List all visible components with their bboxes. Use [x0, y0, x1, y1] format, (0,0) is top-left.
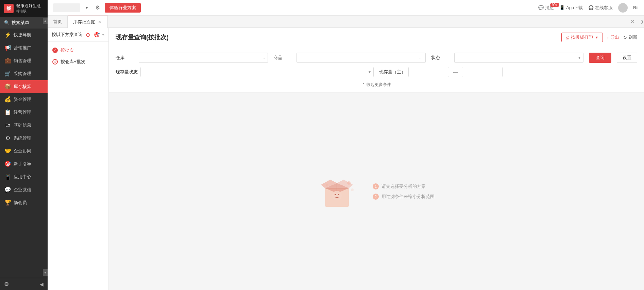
collapse-icon[interactable]: ◀ [40, 282, 44, 287]
topbar-support[interactable]: 🎧 在线客服 [588, 5, 613, 11]
sidebar-item-finance[interactable]: 💰资金管理 [0, 93, 48, 106]
topbar: ▾ ⚙ 体验行业方案 💬 消息 99+ 📱 App下载 🎧 在线客服 Rit [48, 0, 644, 16]
nav-icon-marketing: 📢 [5, 45, 11, 51]
tab-close-icon[interactable]: ✕ [97, 20, 102, 24]
tab-home-label: 首页 [53, 19, 62, 25]
status-select[interactable]: ▾ [454, 53, 583, 63]
topbar-app-download[interactable]: 📱 App下载 [559, 5, 583, 11]
username-label[interactable]: Rit [633, 5, 639, 10]
nav-label-basic: 基础信息 [14, 122, 31, 128]
query-settings-button[interactable]: 设置 [617, 53, 637, 63]
sidebar-scroll-up[interactable]: ▲ [43, 18, 48, 24]
topbar-settings-icon[interactable]: ⚙ [93, 3, 102, 12]
filter-item-by-batch[interactable]: ✓ 按批次 [48, 44, 108, 56]
nav-icon-finance: 💰 [5, 96, 11, 103]
empty-tips: 1 请先选择要分析的方案 2 用过滤条件来缩小分析范围 [373, 183, 435, 200]
query-button[interactable]: 查询 [589, 53, 611, 63]
filter-radio-inactive: ⏱ [52, 59, 58, 65]
page-title: 现存量查询(按批次) [116, 33, 169, 41]
warehouse-input[interactable]: ... [139, 53, 268, 63]
refresh-button[interactable]: ↻ 刷新 [623, 34, 637, 40]
sidebar-scroll-down[interactable]: ▼ [43, 269, 48, 276]
tab-inventory-batch[interactable]: 库存批次账 ✕ [68, 16, 108, 28]
empty-tip-1: 1 请先选择要分析的方案 [373, 183, 435, 189]
filter-item-label-warehouse-batch: 按仓库+批次 [61, 59, 85, 65]
query-form: 仓库 ... 商品 ... 状态 [109, 47, 644, 93]
nav-label-app-center: 应用中心 [14, 174, 31, 180]
svg-point-10 [326, 184, 328, 186]
stock-qty-separator: — [452, 70, 459, 75]
stock-qty-max-input[interactable] [462, 67, 503, 77]
filter-items-list: ✓ 按批次 ⏱ 按仓库+批次 [48, 42, 108, 290]
filter-radio-active: ✓ [52, 48, 58, 53]
nav-label-enterprise: 企业协同 [14, 148, 31, 154]
sidebar-item-system[interactable]: ⚙系统管理 [0, 132, 48, 145]
sidebar-item-new-guide[interactable]: 🎯新手引导 [0, 158, 48, 170]
print-icon: 🖨 [565, 35, 570, 40]
filter-item-by-warehouse-batch[interactable]: ⏱ 按仓库+批次 [48, 56, 108, 68]
nav-label-wechat: 企业微信 [14, 187, 31, 193]
nav-icon-inventory: 📦 [5, 84, 11, 90]
filter-settings-icon[interactable]: 🎯 [93, 31, 100, 38]
sidebar-search[interactable]: 🔍 搜索菜单 [0, 17, 48, 29]
sidebar-item-basic[interactable]: 🗂基础信息 [0, 119, 48, 132]
sidebar-item-purchase[interactable]: 🛒采购管理 [0, 67, 48, 80]
sidebar-item-operation[interactable]: 📋经营管理 [0, 106, 48, 119]
topbar-dropdown-icon[interactable]: ▾ [83, 4, 90, 12]
experience-button[interactable]: 体验行业方案 [105, 3, 141, 13]
settings-icon[interactable]: ⚙ [4, 281, 9, 287]
tab-panel-close[interactable]: ✕ [630, 18, 639, 25]
sidebar-item-enterprise[interactable]: 🤝企业协同 [0, 145, 48, 158]
nav-label-marketing: 营销推广 [14, 45, 31, 51]
stock-qty-min-input[interactable] [408, 67, 449, 77]
svg-point-7 [335, 194, 336, 195]
stock-status-dropdown-icon: ▾ [369, 70, 371, 74]
sidebar-item-app-center[interactable]: 📱应用中心 [0, 170, 48, 183]
sidebar-item-quick-nav[interactable]: ⚡快捷导航 [0, 29, 48, 41]
topbar-message[interactable]: 💬 消息 99+ [538, 5, 554, 11]
export-icon: ↑ [607, 35, 609, 40]
collapse-more-btn[interactable]: ⌃ 收起更多条件 [116, 80, 637, 90]
print-dropdown-icon[interactable]: ▾ [594, 35, 599, 40]
nav-label-new-guide: 新手引导 [14, 161, 31, 167]
message-icon: 💬 [538, 5, 544, 10]
sidebar-item-member[interactable]: 🏆畅会员 [0, 196, 48, 209]
filter-item-label-batch: 按批次 [61, 47, 74, 53]
status-dropdown-icon: ▾ [578, 55, 580, 60]
filter-header-actions: ⊕ 🎯 « [84, 31, 104, 38]
tab-home[interactable]: 首页 [48, 16, 68, 28]
collapse-icon: ⌃ [362, 83, 365, 87]
sidebar-item-sales[interactable]: 💼销售管理 [0, 54, 48, 67]
page-header: 现存量查询(按批次) 🖨 按模板打印 ▾ ↑ 导出 ↻ 刷新 [109, 28, 644, 47]
user-avatar[interactable] [618, 3, 628, 13]
sidebar-item-inventory[interactable]: 📦库存核算 [0, 80, 48, 93]
nav-icon-system: ⚙ [5, 135, 11, 141]
nav-icon-sales: 💼 [5, 58, 11, 64]
svg-point-8 [338, 194, 339, 195]
page-header-actions: 🖨 按模板打印 ▾ ↑ 导出 ↻ 刷新 [561, 33, 638, 42]
svg-point-6 [332, 191, 342, 200]
filter-panel: 按以下方案查询 ⊕ 🎯 « ✓ 按批次 ⏱ 按仓库+批次 [48, 28, 109, 290]
filter-add-icon[interactable]: ⊕ [84, 31, 91, 38]
product-input[interactable]: ... [296, 53, 426, 63]
message-badge: 99+ [550, 3, 559, 7]
sidebar-footer: ⚙ ◀ [0, 278, 48, 290]
nav-label-quick-nav: 快捷导航 [14, 32, 31, 38]
stock-status-select[interactable]: ▾ [140, 67, 374, 77]
tip-num-1: 1 [373, 183, 379, 189]
tab-panel-arrow[interactable]: ❯ [640, 19, 644, 24]
nav-label-operation: 经营管理 [14, 109, 31, 115]
filter-title: 按以下方案查询 [52, 32, 83, 38]
filter-collapse-icon[interactable]: « [102, 32, 104, 37]
warehouse-field: 仓库 ... [116, 53, 268, 63]
nav-icon-wechat: 💬 [5, 187, 11, 193]
export-button[interactable]: ↑ 导出 [607, 34, 620, 40]
product-field: 商品 ... [273, 53, 426, 63]
content-area: 按以下方案查询 ⊕ 🎯 « ✓ 按批次 ⏱ 按仓库+批次 [48, 28, 644, 290]
print-button[interactable]: 🖨 按模板打印 ▾ [561, 33, 603, 42]
topbar-right: 💬 消息 99+ 📱 App下载 🎧 在线客服 Rit [538, 3, 639, 13]
sidebar-item-marketing[interactable]: 📢营销推广 [0, 41, 48, 54]
sidebar-item-wechat[interactable]: 💬企业微信 [0, 183, 48, 196]
nav-icon-new-guide: 🎯 [5, 161, 11, 167]
sidebar-navigation: ⚡快捷导航📢营销推广💼销售管理🛒采购管理📦库存核算💰资金管理📋经营管理🗂基础信息… [0, 29, 48, 278]
